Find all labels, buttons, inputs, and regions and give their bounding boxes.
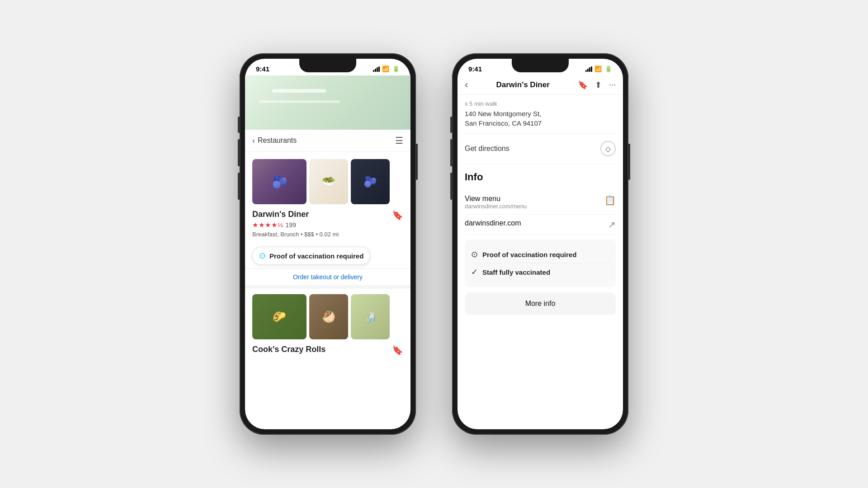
map-view: [245, 75, 410, 130]
food2-emoji-1: 🌮: [273, 310, 286, 323]
notch-2: [512, 59, 569, 72]
signal-bar-1: [373, 70, 374, 72]
restaurants-nav-bar: ‹ Restaurants ☰: [245, 130, 410, 152]
view-menu-details: View menu darwinsdiner.com/menu: [465, 195, 527, 210]
review-count-1: 199: [286, 221, 296, 229]
phone-1-screen: 9:41 📶 🔋 ‹ Restaurants ☰: [245, 59, 410, 429]
food-purple-bg: [252, 159, 307, 204]
external-link-icon: ↗: [608, 219, 616, 230]
food2-emoji-2: 🥙: [322, 310, 335, 323]
star-icons-1: ★★★★½: [252, 221, 284, 229]
signal-bar2-4: [591, 66, 592, 72]
food2-emoji-3: 🍶: [364, 311, 377, 323]
list-icon[interactable]: ☰: [395, 135, 403, 146]
more-options-icon[interactable]: ···: [609, 80, 616, 90]
signal-bar2-3: [589, 67, 590, 72]
staff-vaccinated-item: ✓ Staff fully vaccinated: [471, 263, 609, 281]
staff-vaccinated-text: Staff fully vaccinated: [482, 268, 550, 276]
restaurant-name-1: Darwin's Diner: [252, 210, 339, 219]
food2-image-1: 🌮: [252, 294, 307, 339]
bookmark-detail-icon[interactable]: 🔖: [578, 80, 588, 90]
food-light-bg: [309, 159, 348, 204]
directions-icon[interactable]: ◇: [600, 141, 616, 156]
restaurant-meta-1: Breakfast, Brunch • $$$ • 0.02 mi: [252, 231, 339, 238]
volume-up-button: [238, 139, 240, 166]
signal-bar2-1: [585, 70, 587, 72]
checkmark-icon: ✓: [471, 267, 478, 277]
phone-1: 9:41 📶 🔋 ‹ Restaurants ☰: [240, 53, 416, 435]
view-menu-row[interactable]: View menu darwinsdiner.com/menu 📋: [465, 190, 616, 215]
signal-bar2-2: [587, 69, 589, 72]
food-image-2: [309, 159, 348, 204]
phone-2: 9:41 📶 🔋 ‹ Darwin's Diner 🔖 ⬆ ···: [452, 53, 628, 435]
status-time-2: 9:41: [468, 65, 482, 73]
volume-down-button-2: [450, 173, 452, 200]
food-image-3: [351, 159, 390, 204]
vaccination-required-item: ⊙ Proof of vaccination required: [471, 246, 609, 263]
vaccination-badge[interactable]: ⊙ Proof of vaccination required: [252, 247, 370, 265]
info-heading: Info: [465, 171, 616, 183]
mute-button-2: [450, 117, 452, 133]
wifi-icon-2: 📶: [594, 66, 602, 72]
menu-icon: 📋: [604, 195, 616, 206]
wifi-icon: 📶: [382, 66, 389, 72]
restaurant-info-2: Cook's Crazy Rolls 🔖: [252, 345, 403, 356]
status-icons-1: 📶 🔋: [373, 66, 400, 72]
restaurant-name-2: Cook's Crazy Rolls: [252, 345, 326, 354]
detail-content: x 5 min walk 140 New Montgomery St, San …: [458, 95, 623, 429]
vaccination-text: Proof of vaccination required: [269, 252, 363, 260]
back-button[interactable]: ‹ Restaurants: [252, 136, 297, 145]
address-section: x 5 min walk 140 New Montgomery St, San …: [465, 95, 616, 134]
bookmark-icon-2[interactable]: 🔖: [392, 345, 403, 356]
vaccination-warning-icon-detail: ⊙: [471, 249, 478, 259]
website-row[interactable]: darwinsdiner.com ↗: [465, 215, 616, 235]
restaurant-images-1: [252, 159, 403, 204]
food2-image-3: 🍶: [351, 294, 390, 339]
detail-nav-bar: ‹ Darwin's Diner 🔖 ⬆ ···: [458, 75, 623, 95]
vaccination-warning-icon: ⊙: [259, 251, 266, 261]
battery-icon: 🔋: [392, 66, 400, 72]
signal-icon: [373, 66, 380, 72]
status-time-1: 9:41: [256, 65, 269, 73]
more-info-label: More info: [525, 300, 556, 308]
bookmark-icon-1[interactable]: 🔖: [392, 210, 403, 221]
phone-2-screen: 9:41 📶 🔋 ‹ Darwin's Diner 🔖 ⬆ ···: [458, 59, 623, 429]
address-text: 140 New Montgomery St, San Francisco, CA…: [465, 109, 616, 128]
power-button-2: [628, 144, 630, 180]
volume-up-button-2: [450, 139, 452, 166]
more-info-button[interactable]: More info: [465, 292, 616, 315]
power-button: [416, 144, 418, 180]
order-link-text: Order takeout or delivery: [293, 273, 363, 281]
detail-back-button[interactable]: ‹: [465, 79, 468, 91]
share-icon[interactable]: ⬆: [595, 80, 602, 90]
restaurant-info-1: Darwin's Diner ★★★★½ 199 Breakfast, Brun…: [252, 210, 403, 238]
order-link[interactable]: Order takeout or delivery: [245, 268, 410, 285]
notch: [299, 59, 356, 72]
signal-bar-2: [375, 69, 376, 72]
walk-time: x 5 min walk: [465, 100, 616, 107]
food-dark-bg: [351, 159, 390, 204]
directions-label: Get directions: [465, 145, 509, 153]
food2-image-2: 🥙: [309, 294, 348, 339]
back-arrow-icon: ‹: [252, 136, 255, 145]
view-menu-label: View menu: [465, 195, 527, 203]
health-protocols-box: ⊙ Proof of vaccination required ✓ Staff …: [465, 239, 616, 287]
signal-bar-4: [378, 66, 380, 72]
address-line-1: 140 New Montgomery St,: [465, 110, 541, 117]
vaccination-required-text: Proof of vaccination required: [482, 251, 576, 258]
restaurant-details-1: Darwin's Diner ★★★★½ 199 Breakfast, Brun…: [252, 210, 339, 238]
rating-1: ★★★★½ 199: [252, 221, 339, 229]
volume-down-button: [238, 173, 240, 200]
restaurant-card-1: Darwin's Diner ★★★★½ 199 Breakfast, Brun…: [245, 152, 410, 245]
signal-icon-2: [585, 66, 592, 72]
address-line-2: San Francisco, CA 94107: [465, 119, 542, 127]
directions-row[interactable]: Get directions ◇: [465, 134, 616, 164]
navigation-icon: ◇: [605, 145, 611, 153]
detail-nav-icons: 🔖 ⬆ ···: [578, 80, 616, 90]
status-icons-2: 📶 🔋: [585, 66, 612, 72]
restaurants-label: Restaurants: [258, 136, 297, 145]
restaurant-images-2: 🌮 🥙 🍶: [252, 294, 403, 339]
view-menu-sub: darwinsdiner.com/menu: [465, 203, 527, 210]
website-label: darwinsdiner.com: [465, 219, 521, 227]
battery-icon-2: 🔋: [605, 66, 612, 72]
